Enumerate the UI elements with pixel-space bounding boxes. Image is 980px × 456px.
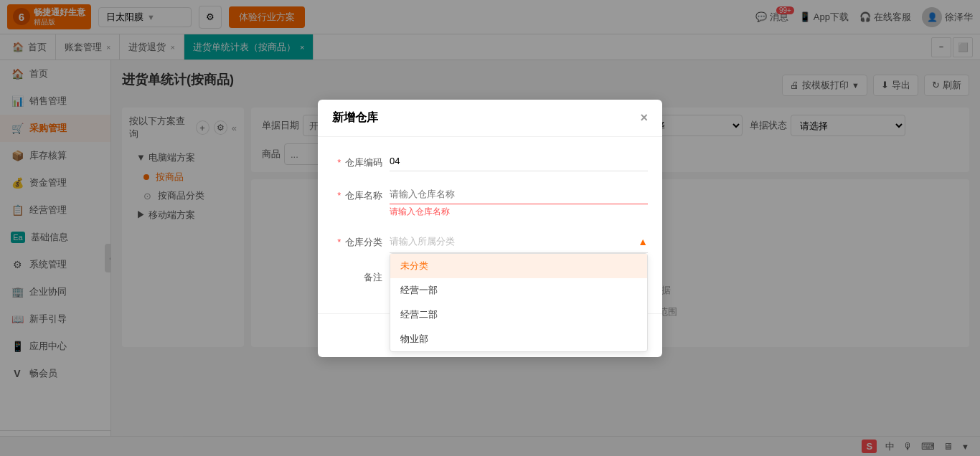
code-field-wrap	[390, 151, 648, 171]
name-input[interactable]	[390, 184, 648, 204]
form-row-name: * 仓库名称 请输入仓库名称	[332, 184, 648, 218]
code-label: * 仓库编码	[332, 151, 382, 169]
category-label: * 仓库分类	[332, 231, 382, 249]
dropdown-item-1[interactable]: 经营一部	[390, 278, 647, 303]
dialog-title: 新增仓库	[332, 110, 378, 125]
form-row-category: * 仓库分类 请输入所属分类 ▲ 未分类 经营一部 经营二部 物业部	[332, 231, 648, 253]
name-error-tip: 请输入仓库名称	[390, 206, 648, 218]
dialog-header: 新增仓库 ×	[318, 100, 662, 137]
dialog-overlay[interactable]: 新增仓库 × * 仓库编码 * 仓库名称	[0, 0, 980, 456]
form-row-code: * 仓库编码	[332, 151, 648, 171]
category-field-wrap: 请输入所属分类 ▲ 未分类 经营一部 经营二部 物业部	[390, 231, 648, 253]
category-select-text: 请输入所属分类	[390, 235, 638, 248]
dropdown-item-0[interactable]: 未分类	[390, 254, 647, 278]
dialog-body: * 仓库编码 * 仓库名称 请输入仓库名称	[318, 137, 662, 313]
category-select[interactable]: 请输入所属分类 ▲	[390, 231, 648, 253]
dropdown-item-3[interactable]: 物业部	[390, 327, 647, 351]
name-label: * 仓库名称	[332, 184, 382, 202]
category-arrow-icon: ▲	[638, 236, 648, 247]
remark-label: 备注	[332, 266, 382, 284]
dropdown-item-2[interactable]: 经营二部	[390, 303, 647, 327]
dialog-close-button[interactable]: ×	[640, 110, 648, 125]
name-field-wrap: 请输入仓库名称	[390, 184, 648, 218]
new-warehouse-dialog: 新增仓库 × * 仓库编码 * 仓库名称	[318, 100, 662, 357]
code-input[interactable]	[390, 151, 648, 171]
category-dropdown: 未分类 经营一部 经营二部 物业部	[390, 253, 648, 352]
